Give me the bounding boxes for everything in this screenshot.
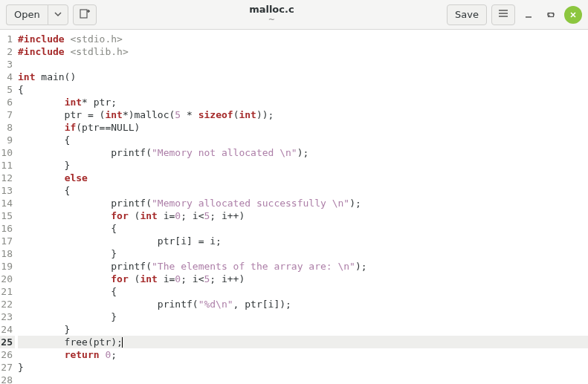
line-number: 8 [0,121,15,134]
text-cursor [122,337,123,348]
line-number: 12 [0,172,15,184]
code-line[interactable]: printf("Memory allocated successfully \n… [18,197,588,209]
code-line[interactable]: #include <stdio.h> [18,33,588,45]
line-number: 11 [0,159,15,172]
close-icon [569,11,577,19]
line-number: 18 [0,247,15,260]
line-number: 21 [0,285,15,298]
open-button[interactable]: Open [6,4,48,25]
line-number-gutter: 1234567891011121314151617181920212223242… [0,30,15,384]
code-line[interactable]: for (int i=0; i<5; i++) [18,209,588,222]
line-number: 23 [0,310,15,323]
line-number: 5 [0,83,15,96]
code-line[interactable]: } [18,247,588,260]
code-line[interactable]: for (int i=0; i<5; i++) [18,273,588,285]
editor-area[interactable]: 1234567891011121314151617181920212223242… [0,30,588,384]
document-subtitle: ~ [268,16,275,25]
hamburger-icon [498,9,508,20]
code-line[interactable]: if(ptr==NULL) [18,121,588,134]
new-tab-icon [80,8,90,21]
line-number: 13 [0,184,15,197]
code-line[interactable]: { [18,184,588,197]
titlebar: Open malloc.c ~ Save [0,0,588,30]
code-line[interactable]: { [18,222,588,235]
code-line[interactable]: free(ptr); [18,336,588,348]
code-line[interactable]: #include <stdlib.h> [18,45,588,58]
line-number: 24 [0,323,15,336]
code-line[interactable]: return 0; [18,348,588,361]
maximize-icon [546,10,555,19]
code-line[interactable]: { [18,134,588,146]
window-minimize-button[interactable] [520,6,537,24]
line-number: 6 [0,96,15,108]
line-number: 7 [0,108,15,121]
code-line[interactable]: else [18,172,588,184]
line-number: 3 [0,58,15,71]
line-number: 15 [0,209,15,222]
minimize-icon [524,10,533,19]
window-maximize-button[interactable] [542,6,560,24]
code-line[interactable]: { [18,285,588,298]
line-number: 10 [0,146,15,159]
code-line[interactable]: } [18,310,588,323]
code-line[interactable]: } [18,361,588,374]
save-button-label: Save [455,9,479,20]
line-number: 16 [0,222,15,235]
title-area: malloc.c ~ [101,4,442,24]
code-line[interactable]: int main() [18,71,588,83]
line-number: 20 [0,273,15,285]
code-line[interactable]: printf("The elements of the array are: \… [18,260,588,273]
line-number: 26 [0,348,15,361]
line-number: 14 [0,197,15,209]
code-line[interactable]: printf("%d\n", ptr[i]); [18,298,588,310]
line-number: 1 [0,33,15,45]
code-line[interactable] [18,374,588,384]
line-number: 28 [0,374,15,384]
line-number: 2 [0,45,15,58]
window-close-button[interactable] [564,6,582,24]
document-title: malloc.c [249,4,294,15]
save-button[interactable]: Save [447,4,487,25]
line-number: 19 [0,260,15,273]
chevron-down-icon [54,9,62,20]
code-line[interactable]: { [18,83,588,96]
line-number: 22 [0,298,15,310]
hamburger-menu-button[interactable] [491,4,515,25]
code-line[interactable]: } [18,159,588,172]
line-number: 4 [0,71,15,83]
code-line[interactable]: ptr = (int*)malloc(5 * sizeof(int)); [18,108,588,121]
new-tab-button[interactable] [73,4,97,25]
code-content[interactable]: #include <stdio.h>#include <stdlib.h>int… [15,30,588,384]
code-line[interactable]: } [18,323,588,336]
code-line[interactable]: printf("Memory not allocated \n"); [18,146,588,159]
line-number: 27 [0,361,15,374]
line-number: 9 [0,134,15,146]
code-line[interactable]: int* ptr; [18,96,588,108]
line-number: 25 [0,336,15,348]
code-line[interactable]: ptr[i] = i; [18,235,588,247]
line-number: 17 [0,235,15,247]
open-button-group: Open [6,4,68,25]
open-recent-dropdown[interactable] [48,4,68,25]
code-line[interactable] [18,58,588,71]
svg-rect-0 [80,10,87,18]
open-button-label: Open [14,9,40,20]
